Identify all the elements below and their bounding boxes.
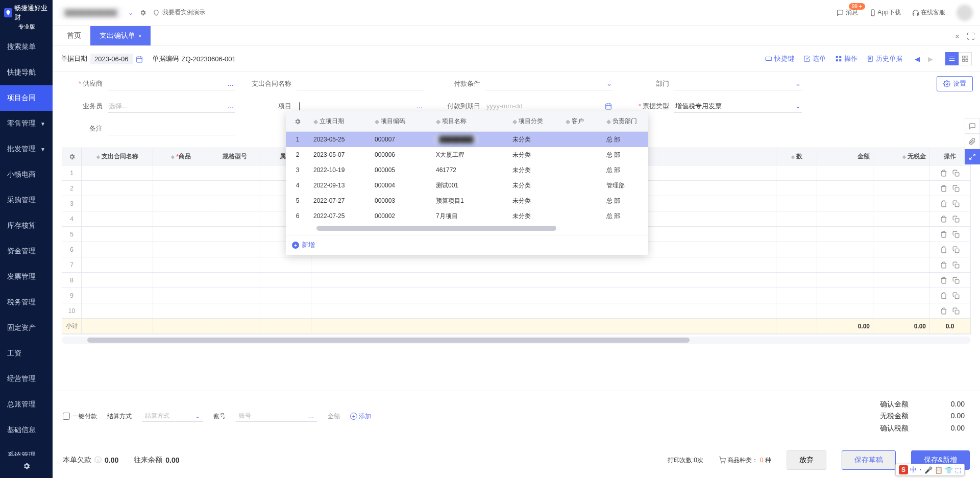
popup-add-button[interactable]: + 新增 — [286, 235, 648, 255]
sidebar-item[interactable]: 税务管理 — [0, 290, 53, 315]
op-button[interactable]: 操作 — [835, 54, 857, 63]
pay-cond-field[interactable]: ⌄ — [485, 77, 613, 90]
sidebar-settings-icon[interactable] — [22, 465, 31, 472]
copy-icon[interactable] — [952, 307, 960, 315]
table-row[interactable]: 9 — [62, 288, 970, 303]
close-icon[interactable]: × — [138, 33, 141, 39]
col-notax[interactable]: ◆无税金 — [873, 148, 929, 165]
col-spec[interactable]: 规格型号 — [209, 148, 260, 165]
table-row[interactable]: 10 — [62, 303, 970, 319]
sidebar-item[interactable]: 零售管理▼ — [0, 111, 53, 136]
sidebar-item[interactable]: 库存核算 — [0, 213, 53, 238]
chevron-down-icon[interactable]: ⌄ — [795, 102, 801, 110]
popup-row[interactable]: 22023-05-07000006X大厦工程未分类总 部 — [286, 147, 648, 162]
remark-field[interactable] — [108, 122, 235, 135]
popup-row[interactable]: 12023-05-25000007████████未分类总 部 — [286, 132, 648, 147]
company-selector[interactable]: ████████████ — [60, 7, 122, 18]
ime-kbd-icon[interactable]: 📋 — [935, 466, 943, 474]
save-draft-button[interactable]: 保存草稿 — [842, 450, 896, 470]
col-amount[interactable]: 金额 — [817, 148, 873, 165]
delete-icon[interactable] — [940, 200, 947, 207]
sidebar-item[interactable]: 项目合同 — [0, 85, 53, 111]
contract-field[interactable] — [297, 77, 424, 90]
delete-icon[interactable] — [940, 307, 947, 315]
calendar-icon[interactable] — [605, 102, 612, 110]
history-button[interactable]: 历史单据 — [867, 54, 902, 63]
ime-s-icon[interactable]: S — [899, 465, 908, 474]
voucher-type-field[interactable]: 增值税专用发票⌄ — [674, 100, 802, 113]
popup-col-name[interactable]: ◆项目名称 — [432, 117, 508, 126]
table-gear-icon[interactable] — [62, 148, 82, 165]
popup-gear-icon[interactable] — [286, 118, 309, 125]
sidebar-item[interactable]: 资金管理 — [0, 238, 53, 264]
popup-col-cust[interactable]: ◆客户 — [561, 117, 602, 126]
float-attach-icon[interactable] — [965, 134, 980, 149]
ellipsis-icon[interactable]: … — [227, 102, 234, 110]
chevron-down-icon[interactable]: ⌄ — [795, 80, 801, 87]
tab-fullscreen-icon[interactable]: ⛶ — [967, 32, 975, 41]
popup-row[interactable]: 42022-09-13000004测试001未分类管理部 — [286, 178, 648, 193]
copy-icon[interactable] — [952, 215, 960, 223]
popup-hscrollbar[interactable] — [291, 226, 643, 233]
delete-icon[interactable] — [940, 292, 947, 299]
tab[interactable]: 支出确认单× — [90, 26, 151, 45]
col-contract[interactable]: ◆支出合同名称 — [82, 148, 153, 165]
sidebar-item[interactable]: 采购管理 — [0, 187, 53, 213]
delete-icon[interactable] — [940, 261, 947, 269]
ime-toolbar[interactable]: S 中 ･ 🎤 📋 👕 ⬚ — [895, 464, 965, 476]
demo-link[interactable]: 我要看实例演示 — [153, 8, 205, 17]
delete-icon[interactable] — [940, 169, 947, 177]
supplier-field[interactable]: … — [108, 77, 235, 90]
avatar[interactable] — [957, 5, 973, 21]
copy-icon[interactable] — [952, 292, 960, 299]
help-icon[interactable]: ⓘ — [94, 456, 102, 465]
ime-punct-icon[interactable]: ･ — [919, 466, 922, 474]
delete-icon[interactable] — [940, 215, 947, 223]
popup-row[interactable]: 32022-10-19000005461772未分类总 部 — [286, 162, 648, 178]
service-button[interactable]: 在线客服 — [912, 8, 945, 17]
view-grid-icon[interactable] — [959, 52, 972, 65]
prev-doc-button[interactable]: ◀ — [912, 55, 923, 63]
sidebar-item[interactable]: 搜索菜单 — [0, 34, 53, 60]
discard-button[interactable]: 放弃 — [787, 450, 826, 470]
table-row[interactable]: 7 — [62, 257, 970, 273]
copy-icon[interactable] — [952, 169, 960, 177]
float-chat-icon[interactable] — [965, 118, 980, 134]
chevron-down-icon[interactable]: ⌄ — [606, 80, 612, 87]
popup-col-code[interactable]: ◆项目编码 — [371, 117, 432, 126]
copy-icon[interactable] — [952, 230, 960, 238]
sidebar-item[interactable]: 经营管理 — [0, 366, 53, 392]
account-select[interactable]: 账号… — [236, 411, 317, 422]
copy-icon[interactable] — [952, 184, 960, 192]
ime-lang[interactable]: 中 — [910, 465, 917, 474]
tab[interactable]: 首页 — [58, 26, 90, 45]
table-row[interactable]: 8 — [62, 273, 970, 288]
dept-field[interactable]: ⌄ — [674, 77, 802, 90]
popup-col-dept[interactable]: ◆负责部门 — [602, 117, 648, 126]
next-doc-button[interactable]: ▶ — [925, 55, 936, 63]
sidebar-item[interactable]: 发票管理 — [0, 264, 53, 290]
delete-icon[interactable] — [940, 230, 947, 238]
sidebar-item[interactable]: 小畅电商 — [0, 162, 53, 187]
sidebar-item[interactable]: 系统管理 — [0, 443, 53, 456]
company-dropdown-icon[interactable]: ⌄ — [128, 9, 133, 16]
delete-icon[interactable] — [940, 276, 947, 284]
sidebar-item[interactable]: 批发管理▼ — [0, 136, 53, 162]
popup-row[interactable]: 52022-07-27000003预算项目1未分类总 部 — [286, 193, 648, 208]
view-list-icon[interactable] — [945, 52, 959, 65]
popup-row[interactable]: 62022-07-250000027月项目未分类总 部 — [286, 208, 648, 224]
float-expand-icon[interactable] — [965, 149, 980, 164]
ellipsis-icon[interactable]: … — [227, 80, 234, 87]
ime-mic-icon[interactable]: 🎤 — [924, 466, 933, 474]
copy-icon[interactable] — [952, 246, 960, 253]
tab-close-all-icon[interactable]: × — [955, 32, 960, 41]
app-download-button[interactable]: App下载 — [869, 8, 901, 17]
ellipsis-icon[interactable]: … — [416, 102, 423, 110]
messages-button[interactable]: 消息 99 + — [837, 8, 857, 17]
col-product[interactable]: ◆*商品 — [153, 148, 209, 165]
calendar-icon[interactable] — [136, 55, 143, 63]
col-qty[interactable]: ◆数 — [776, 148, 817, 165]
ime-tool-icon[interactable]: ⬚ — [955, 466, 961, 474]
shortcut-button[interactable]: 快捷键 — [765, 54, 794, 63]
popup-col-date[interactable]: ◆立项日期 — [309, 117, 371, 126]
